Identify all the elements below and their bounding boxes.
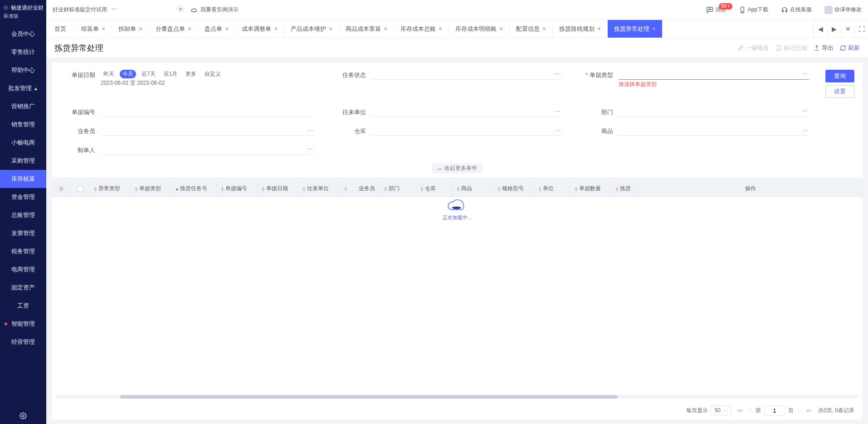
col-doc-date[interactable]: ▲▼单据日期 [258, 181, 298, 197]
close-icon[interactable]: ✕ [439, 26, 442, 31]
doc-type-select[interactable] [619, 70, 809, 80]
tab-pick-route[interactable]: 拣货路线规划✕ [553, 20, 608, 38]
col-unit[interactable]: ▲▼单位 [534, 181, 571, 197]
sidebar-item-wholesale[interactable]: 批发管理▲ [0, 79, 46, 97]
app-download-button[interactable]: App下载 [739, 6, 768, 14]
col-exception-type[interactable]: ▲▼异常类型 [90, 181, 131, 197]
sidebar-item-retail-stats[interactable]: 零售统计 [0, 43, 46, 61]
close-icon[interactable]: ✕ [652, 26, 656, 31]
tab-cost-adjust[interactable]: 成本调整单✕ [235, 20, 284, 38]
more-icon[interactable]: ⋯ [802, 127, 808, 134]
collapse-filters-button[interactable]: ︽ 收起更多条件 [432, 163, 483, 173]
page-input[interactable] [765, 405, 785, 416]
sidebar-item-help[interactable]: 帮助中心 [0, 61, 46, 79]
sidebar-item-smart-mgmt[interactable]: 智能管理 [0, 315, 46, 333]
tab-assemble[interactable]: 组装单✕ [75, 20, 112, 38]
close-icon[interactable]: ✕ [225, 26, 229, 31]
tab-check[interactable]: 盘点单✕ [198, 20, 235, 38]
close-icon[interactable]: ✕ [542, 26, 546, 31]
sidebar-item-biz-mgmt[interactable]: 经营管理 [0, 333, 46, 351]
warehouse-input[interactable] [371, 126, 562, 136]
refresh-button[interactable]: 刷新 [840, 44, 860, 52]
tab-inventory-ledger[interactable]: 库存成本总账✕ [394, 20, 449, 38]
close-icon[interactable]: ✕ [188, 26, 191, 31]
salesman-input[interactable] [101, 126, 314, 136]
page-size-select[interactable]: 50 ﹀ [711, 405, 731, 415]
department-select[interactable] [619, 107, 809, 117]
partner-input[interactable] [371, 107, 562, 117]
chevron-down-icon[interactable]: ﹀ [802, 108, 808, 116]
horizontal-scrollbar[interactable] [56, 394, 858, 400]
sidebar-item-ledger[interactable]: 总账管理 [0, 206, 46, 224]
sidebar-item-fixed-assets[interactable]: 固定资产 [0, 279, 46, 297]
close-icon[interactable]: ✕ [329, 26, 332, 31]
col-salesman[interactable]: ▲▼业务员 [340, 181, 380, 197]
messages-button[interactable]: 消息 99 + [706, 6, 726, 14]
tab-close-all[interactable]: ✕ [841, 20, 854, 38]
col-department[interactable]: ▲▼部门 [380, 181, 416, 197]
search-button[interactable]: 查询 [825, 70, 854, 82]
checkbox-header[interactable] [71, 181, 90, 197]
support-button[interactable]: 在线客服 [781, 6, 812, 14]
chevron-down-icon[interactable]: ﹀ [554, 71, 561, 79]
more-icon[interactable]: ⋯ [554, 127, 561, 134]
sidebar-item-member[interactable]: 会员中心 [0, 25, 46, 43]
sidebar-item-invoice[interactable]: 发票管理 [0, 224, 46, 242]
col-pick-task-no[interactable]: ▲拣货任务号 [171, 181, 217, 197]
chevron-down-icon[interactable]: ﹀ [802, 71, 808, 79]
tab-inventory-detail[interactable]: 库存成本明细账✕ [449, 20, 510, 38]
task-status-select[interactable] [371, 70, 562, 80]
prev-page-button[interactable]: 〈 [746, 407, 752, 414]
sidebar-item-marketing[interactable]: 营销推广 [0, 97, 46, 116]
tab-pick-exception[interactable]: 拣货异常处理✕ [608, 20, 663, 38]
tab-scroll-left[interactable]: ◀ [814, 20, 827, 38]
last-page-button[interactable]: ⏭ [806, 407, 812, 414]
col-pick-qty[interactable]: ▲▼拣货 [611, 181, 639, 197]
tab-home[interactable]: 首页 [46, 20, 75, 38]
chevron-down-icon[interactable]: ﹀ [307, 146, 313, 154]
sidebar-item-purchase[interactable]: 采购管理 [0, 152, 46, 170]
date-tab-last1m[interactable]: 近1月 [161, 70, 180, 78]
sidebar-item-ecommerce-mgmt[interactable]: 电商管理 [0, 260, 46, 279]
topbar-settings-button[interactable] [177, 5, 184, 14]
org-selector[interactable]: 好业财标准版交付试用 ﹀ [53, 6, 171, 14]
col-partner[interactable]: ▲▼往来单位 [298, 181, 340, 197]
sidebar-item-inventory-cost[interactable]: 库存核算 [0, 170, 46, 188]
col-product[interactable]: ▲▼商品 [453, 181, 493, 197]
more-icon[interactable]: ⋯ [554, 108, 561, 115]
date-tab-last7[interactable]: 近7天 [139, 70, 158, 78]
sidebar-settings-button[interactable] [0, 408, 46, 424]
fullscreen-button[interactable]: ⛶ [854, 20, 868, 38]
creator-select[interactable] [101, 145, 314, 155]
more-icon[interactable]: ⋯ [307, 127, 313, 134]
close-icon[interactable]: ✕ [274, 26, 278, 31]
col-warehouse[interactable]: ▲▼仓库 [416, 181, 453, 197]
demo-link[interactable]: 我要看实例演示 [190, 6, 239, 14]
date-tab-custom[interactable]: 自定义 [202, 70, 224, 78]
tab-config[interactable]: 配置信息✕ [510, 20, 553, 38]
sidebar-item-funds[interactable]: 资金管理 [0, 188, 46, 206]
tab-product-cost[interactable]: 产品成本维护✕ [284, 20, 339, 38]
col-doc-no[interactable]: ▲▼单据编号 [217, 181, 258, 197]
next-page-button[interactable]: 〉 [797, 407, 803, 414]
sidebar-item-ecommerce-xc[interactable]: 小畅电商 [0, 134, 46, 152]
close-icon[interactable]: ✕ [384, 26, 387, 31]
col-doc-type[interactable]: ▲▼单据类型 [131, 181, 171, 197]
col-qty[interactable]: ▲▼单据数量 [571, 181, 611, 197]
tab-scroll-right[interactable]: ▶ [827, 20, 841, 38]
date-tab-yesterday[interactable]: 昨天 [101, 70, 117, 78]
close-icon[interactable]: ✕ [139, 26, 142, 31]
product-input[interactable] [619, 126, 809, 136]
tab-disassemble[interactable]: 拆卸单✕ [112, 20, 149, 38]
settings-button[interactable]: 设置 [825, 85, 854, 98]
first-page-button[interactable]: ⏮ [737, 407, 743, 414]
close-icon[interactable]: ✕ [597, 26, 601, 31]
sidebar-item-tax[interactable]: 税务管理 [0, 242, 46, 260]
sidebar-item-salary[interactable]: 工资 [0, 297, 46, 315]
user-menu[interactable]: 徐泽华修改 [824, 6, 862, 14]
close-icon[interactable]: ✕ [102, 26, 105, 31]
close-icon[interactable]: ✕ [499, 26, 503, 31]
export-button[interactable]: 导出 [814, 44, 834, 52]
date-tab-today[interactable]: 今天 [120, 70, 136, 78]
date-tab-more[interactable]: 更多 [183, 70, 199, 78]
